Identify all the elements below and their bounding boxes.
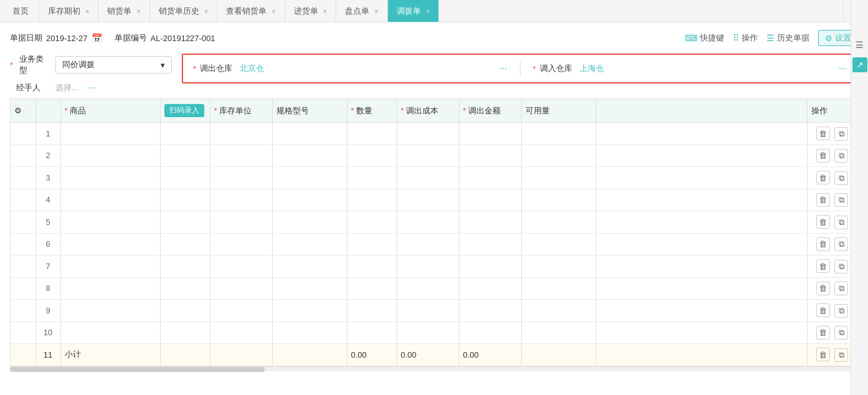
copy-icon[interactable]: ⧉ bbox=[834, 304, 848, 318]
side-list-icon[interactable]: ☰ bbox=[852, 37, 867, 52]
history-button[interactable]: ☰ 历史单据 bbox=[767, 32, 809, 44]
row-cost[interactable] bbox=[397, 300, 459, 322]
row-cost[interactable] bbox=[397, 123, 459, 145]
tab-view-sales[interactable]: 查看销货单 × bbox=[217, 0, 285, 22]
tab-inventory-count[interactable]: 盘点单 × bbox=[336, 0, 387, 22]
row-unit[interactable] bbox=[210, 167, 272, 189]
tab-purchase-order[interactable]: 进货单 × bbox=[285, 0, 336, 22]
copy-icon[interactable]: ⧉ bbox=[834, 216, 848, 229]
row-product[interactable] bbox=[60, 189, 160, 211]
copy-icon[interactable]: ⧉ bbox=[834, 193, 848, 207]
row-unit[interactable] bbox=[210, 123, 272, 145]
copy-icon[interactable]: ⧉ bbox=[834, 326, 848, 340]
tab-view-sales-close[interactable]: × bbox=[271, 7, 275, 15]
copy-icon[interactable]: ⧉ bbox=[834, 171, 848, 185]
shortcut-button[interactable]: ⌨ 快捷键 bbox=[685, 32, 724, 44]
row-unit[interactable] bbox=[210, 277, 272, 300]
delete-icon[interactable]: 🗑 bbox=[816, 149, 830, 163]
row-unit[interactable] bbox=[210, 145, 272, 167]
row-amount[interactable] bbox=[459, 300, 521, 322]
row-unit[interactable] bbox=[210, 321, 272, 344]
copy-icon[interactable]: ⧉ bbox=[834, 127, 848, 141]
row-qty[interactable] bbox=[347, 123, 397, 145]
row-cost[interactable] bbox=[397, 255, 459, 278]
delete-icon[interactable]: 🗑 bbox=[816, 237, 830, 251]
row-amount[interactable] bbox=[459, 123, 521, 145]
row-product[interactable] bbox=[60, 233, 160, 255]
row-unit[interactable] bbox=[210, 211, 272, 234]
row-product[interactable] bbox=[60, 277, 160, 300]
tab-inventory-init[interactable]: 库存期初 × bbox=[39, 0, 98, 22]
row-qty[interactable] bbox=[347, 255, 397, 278]
delete-icon[interactable]: 🗑 bbox=[816, 282, 830, 295]
row-product[interactable] bbox=[60, 321, 160, 344]
row-spec[interactable] bbox=[272, 189, 347, 211]
copy-icon[interactable]: ⧉ bbox=[834, 237, 848, 251]
row-cost[interactable] bbox=[397, 277, 459, 300]
row-qty[interactable] bbox=[347, 145, 397, 167]
row-product[interactable] bbox=[60, 145, 160, 167]
row-spec[interactable] bbox=[272, 255, 347, 278]
row-qty[interactable] bbox=[347, 277, 397, 300]
operation-button[interactable]: ⠿ 操作 bbox=[733, 32, 758, 44]
copy-icon[interactable]: ⧉ bbox=[834, 260, 848, 274]
warehouse-out-more-icon[interactable]: ··· bbox=[499, 63, 507, 74]
delete-icon[interactable]: 🗑 bbox=[816, 126, 830, 140]
tab-sales-history[interactable]: 销货单历史 × bbox=[150, 0, 217, 22]
row-unit[interactable] bbox=[210, 233, 272, 255]
gear-icon[interactable]: ⚙ bbox=[14, 106, 22, 115]
row-qty[interactable] bbox=[347, 167, 397, 189]
row-spec[interactable] bbox=[272, 211, 347, 234]
row-spec[interactable] bbox=[272, 145, 347, 167]
row-cost[interactable] bbox=[397, 321, 459, 344]
th-gear[interactable]: ⚙ bbox=[11, 99, 35, 123]
row-qty[interactable] bbox=[347, 211, 397, 234]
delete-icon[interactable]: 🗑 bbox=[816, 215, 830, 229]
row-qty[interactable] bbox=[347, 233, 397, 255]
tab-transfer-order-close[interactable]: × bbox=[426, 7, 430, 15]
row-cost[interactable] bbox=[397, 145, 459, 167]
scan-button[interactable]: 扫码录入 bbox=[164, 104, 204, 117]
row-product[interactable] bbox=[60, 123, 160, 145]
copy-icon[interactable]: ⧉ bbox=[834, 348, 848, 362]
row-amount[interactable] bbox=[459, 233, 521, 255]
row-amount[interactable] bbox=[459, 321, 521, 344]
row-cost[interactable] bbox=[397, 211, 459, 234]
warehouse-in-more-icon[interactable]: ··· bbox=[839, 63, 847, 74]
tab-sales-order-close[interactable]: × bbox=[136, 7, 140, 15]
row-cost[interactable] bbox=[397, 233, 459, 255]
person-input[interactable]: 选择... bbox=[55, 82, 78, 93]
row-product[interactable] bbox=[60, 167, 160, 189]
scrollbar-thumb[interactable] bbox=[10, 367, 265, 372]
row-product[interactable] bbox=[60, 300, 160, 322]
row-spec[interactable] bbox=[272, 300, 347, 322]
copy-icon[interactable]: ⧉ bbox=[834, 149, 848, 163]
calendar-icon[interactable]: 📅 bbox=[92, 33, 102, 43]
row-amount[interactable] bbox=[459, 255, 521, 278]
side-export-icon[interactable]: ↗ bbox=[852, 57, 867, 72]
row-qty[interactable] bbox=[347, 189, 397, 211]
tab-inventory-count-close[interactable]: × bbox=[374, 7, 378, 15]
person-more-icon[interactable]: ··· bbox=[87, 82, 95, 93]
tab-purchase-order-close[interactable]: × bbox=[323, 7, 327, 15]
tab-inventory-init-close[interactable]: × bbox=[85, 7, 89, 15]
delete-icon[interactable]: 🗑 bbox=[816, 171, 830, 184]
copy-icon[interactable]: ⧉ bbox=[834, 282, 848, 295]
delete-icon[interactable]: 🗑 bbox=[816, 259, 830, 273]
delete-icon[interactable]: 🗑 bbox=[816, 326, 830, 340]
row-amount[interactable] bbox=[459, 211, 521, 234]
row-unit[interactable] bbox=[210, 300, 272, 322]
tab-home[interactable]: 首页 bbox=[2, 0, 39, 22]
row-qty[interactable] bbox=[347, 321, 397, 344]
tab-transfer-order[interactable]: 调拨单 × bbox=[388, 0, 439, 22]
delete-icon[interactable]: 🗑 bbox=[816, 348, 830, 361]
row-cost[interactable] bbox=[397, 189, 459, 211]
business-type-select[interactable]: 同价调拨 ▾ bbox=[55, 56, 172, 74]
tab-sales-order[interactable]: 销货单 × bbox=[98, 0, 149, 22]
delete-icon[interactable]: 🗑 bbox=[816, 303, 830, 317]
row-unit[interactable] bbox=[210, 189, 272, 211]
row-product[interactable] bbox=[60, 255, 160, 278]
delete-icon[interactable]: 🗑 bbox=[816, 193, 830, 207]
row-spec[interactable] bbox=[272, 233, 347, 255]
row-spec[interactable] bbox=[272, 123, 347, 145]
